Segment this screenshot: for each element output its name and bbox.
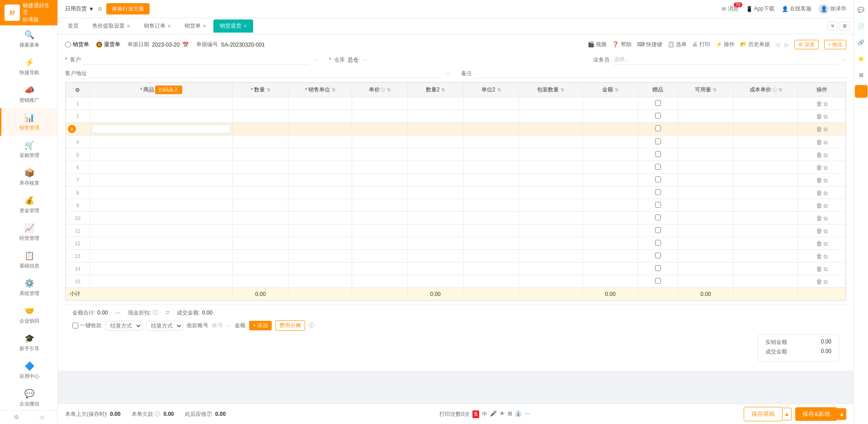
unit-price-cell-2[interactable]	[352, 110, 408, 123]
warehouse-select-dots[interactable]: ···	[363, 57, 368, 63]
add-logistics-btn[interactable]: + 物流	[824, 40, 846, 49]
available-cell-7[interactable]	[678, 174, 733, 186]
pack-qty-cell-2[interactable]	[519, 110, 583, 123]
cost-price-cell-14[interactable]	[733, 262, 797, 275]
salesperson-select-dots[interactable]: ···	[842, 57, 846, 63]
save-draft-dropdown-icon[interactable]: ▲	[783, 408, 792, 420]
pack-qty-cell-13[interactable]	[519, 250, 583, 262]
product-cell-10[interactable]	[90, 212, 233, 224]
pack-qty-cell-10[interactable]	[519, 212, 583, 224]
unit2-cell-3[interactable]	[463, 123, 519, 136]
available-cell-2[interactable]	[678, 110, 733, 123]
quantity-cell-15[interactable]	[233, 275, 288, 288]
quantity2-cell-12[interactable]	[408, 237, 463, 250]
amount-cell-13[interactable]	[582, 250, 638, 262]
product-cell-15[interactable]	[90, 275, 233, 288]
amount-sort-icon[interactable]: ⇅	[615, 87, 618, 92]
gift-checkbox-11[interactable]	[655, 227, 661, 233]
available-cell-9[interactable]	[678, 199, 733, 212]
delete-btn-6[interactable]: 🗑	[816, 164, 822, 171]
product-cell-8[interactable]	[90, 186, 233, 199]
sales-unit-cell-3[interactable]	[288, 123, 352, 136]
settings-gear-icon[interactable]: ⚙	[98, 6, 103, 12]
product-cell-2[interactable]	[90, 110, 233, 123]
grid-icon[interactable]: ⊞	[508, 410, 512, 418]
cost-price-cell-13[interactable]	[733, 250, 797, 262]
unit2-cell-8[interactable]	[463, 186, 519, 199]
video-btn[interactable]: 🎬 视频	[588, 41, 607, 48]
sidebar-item-shortcut[interactable]: ⚡快捷导航	[0, 53, 57, 81]
copy-btn-2[interactable]: ⧉	[824, 114, 828, 120]
product-cell-6[interactable]	[90, 161, 233, 174]
sidebar-item-operation[interactable]: 📈经营管理	[0, 219, 57, 246]
cost-price-cell-4[interactable]	[733, 136, 797, 148]
quantity2-cell-6[interactable]	[408, 161, 463, 174]
right-sidebar-link[interactable]: 🔗	[855, 36, 868, 49]
product-input-3[interactable]	[92, 124, 231, 133]
quantity-cell-7[interactable]	[233, 174, 288, 186]
quantity-cell-2[interactable]	[233, 110, 288, 123]
unit2-cell-6[interactable]	[463, 161, 519, 174]
eye-icon[interactable]: 👁	[500, 410, 505, 418]
gift-cell-4[interactable]	[638, 136, 678, 148]
unit2-sort-icon[interactable]: ⇅	[497, 87, 501, 92]
unit-price-sort-icon[interactable]: ⇅	[387, 87, 391, 92]
delete-btn-11[interactable]: 🗑	[816, 227, 822, 234]
copy-btn-8[interactable]: ⧉	[824, 190, 828, 196]
unit-price-cell-8[interactable]	[352, 186, 408, 199]
gift-checkbox-5[interactable]	[655, 151, 661, 157]
dots-icon[interactable]: ⋯	[524, 410, 530, 418]
sidebar-item-inventory[interactable]: 📦库存核算	[0, 163, 57, 191]
amount-cell-6[interactable]	[582, 161, 638, 174]
available-cell-15[interactable]	[678, 275, 733, 288]
quantity2-cell-9[interactable]	[408, 199, 463, 212]
unit2-cell-9[interactable]	[463, 199, 519, 212]
unit-price-help-icon[interactable]: ⓘ	[381, 87, 385, 93]
available-cell-10[interactable]	[678, 212, 733, 224]
product-input-cell-3[interactable]	[90, 123, 233, 136]
available-cell-11[interactable]	[678, 224, 733, 237]
print-btn[interactable]: 🖨 打印	[692, 41, 710, 48]
prev-record-btn[interactable]: ◁	[775, 42, 779, 48]
tab-home[interactable]: 首页	[61, 19, 85, 33]
scan-input-btn[interactable]: 扫码录入	[155, 86, 182, 94]
available-cell-6[interactable]	[678, 161, 733, 174]
s-icon[interactable]: S	[472, 410, 479, 418]
copy-btn-5[interactable]: ⧉	[824, 152, 828, 158]
quantity-cell-3[interactable]	[233, 123, 288, 136]
delete-btn-15[interactable]: 🗑	[816, 278, 822, 285]
app-download-btn[interactable]: 📱 App下载	[746, 5, 774, 13]
tab-close-price-settings[interactable]: ✕	[127, 24, 130, 29]
available-cell-5[interactable]	[678, 148, 733, 161]
salesperson-input[interactable]: 选择...	[612, 55, 837, 65]
message-btn[interactable]: ✉ 消息 70	[722, 5, 739, 13]
delete-btn-9[interactable]: 🗑	[816, 202, 822, 209]
customer-select-dots[interactable]: ···	[314, 57, 318, 63]
quantity2-cell-1[interactable]	[408, 97, 463, 110]
pack-qty-cell-4[interactable]	[519, 136, 583, 148]
sidebar-item-apps[interactable]: 🔷应用中心	[0, 357, 57, 384]
unit2-cell-7[interactable]	[463, 174, 519, 186]
pack-qty-sort-icon[interactable]: ⇅	[561, 87, 564, 92]
unit2-cell-11[interactable]	[463, 224, 519, 237]
cost-price-cell-2[interactable]	[733, 110, 797, 123]
gift-cell-3[interactable]	[638, 123, 678, 136]
sales-unit-cell-13[interactable]	[288, 250, 352, 262]
gift-cell-9[interactable]	[638, 199, 678, 212]
amount-cell-1[interactable]	[582, 97, 638, 110]
delete-btn-7[interactable]: 🗑	[816, 176, 822, 184]
unit2-cell-4[interactable]	[463, 136, 519, 148]
amount-cell-8[interactable]	[582, 186, 638, 199]
save-draft-btn[interactable]: 保存草稿	[744, 407, 783, 421]
help-btn[interactable]: ❓ 帮助	[612, 41, 631, 48]
calculation-method-select[interactable]: 结算方式	[146, 321, 183, 331]
sales-unit-cell-14[interactable]	[288, 262, 352, 275]
tab-sales-return[interactable]: 销货退货✕	[213, 19, 253, 33]
col-gear[interactable]: ⚙	[66, 83, 90, 97]
return-radio[interactable]: 退货单	[96, 41, 120, 48]
gift-checkbox-7[interactable]	[655, 176, 661, 182]
daily-goods-selector[interactable]: 日用百货 ▼	[65, 5, 94, 13]
sidebar-item-sales[interactable]: 📊销售管理	[0, 108, 57, 136]
delete-btn-13[interactable]: 🗑	[816, 252, 822, 260]
discount-help-icon[interactable]: ⓘ	[153, 309, 158, 317]
